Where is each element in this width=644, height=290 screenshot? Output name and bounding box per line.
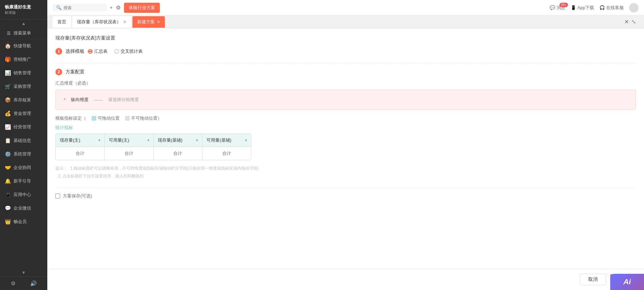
sidebar-item-finance[interactable]: 💰 资金管理: [0, 107, 47, 120]
cart-icon: 🛒: [5, 83, 11, 90]
sidebar-item-enterprise[interactable]: 🤝 企业协同: [0, 161, 47, 174]
stats-table: 现存量(主) ▾ 可用量(主) ▾ 现存量(基辅) ▾: [55, 134, 251, 160]
dimension-placeholder[interactable]: 请选择分组维度: [108, 97, 139, 103]
indicators-label-text: 模板指标设定（: [55, 115, 86, 121]
tab-inventory-close-icon[interactable]: ✕: [123, 20, 126, 24]
message-icon: 💬: [550, 5, 555, 10]
save-checkbox[interactable]: [55, 194, 60, 198]
phone-icon: 📱: [571, 5, 576, 10]
sidebar-item-operation[interactable]: 📈 经营管理: [0, 120, 47, 134]
radio-summary[interactable]: 汇总表: [88, 48, 107, 54]
tab-new-plan-close-icon[interactable]: ✕: [157, 20, 160, 24]
online-service-button[interactable]: 🎧 在线客服: [599, 5, 624, 11]
tip-text-1: 1.拖动标题栏可以调整布局，不可跨维度或指标区域拖动栏目字段(只能在同一维度或指…: [70, 166, 259, 171]
radio-summary-label: 汇总表: [94, 48, 107, 54]
tip-text-2: 2. 点击标题栏下拉可设置排序、插入列和删除列: [58, 173, 144, 179]
volume-icon[interactable]: 🔊: [30, 280, 37, 287]
message-badge: 99+: [560, 3, 568, 7]
sidebar-item-member[interactable]: 👑 畅会员: [0, 215, 47, 228]
col-arrow-0[interactable]: ▾: [98, 138, 100, 143]
col-header-3[interactable]: 可用量(基辅) ▾: [202, 134, 251, 147]
step2-title: 方案配置: [66, 69, 84, 75]
sidebar-item-marketing[interactable]: 🎁 营销推广: [0, 53, 47, 66]
app-logo: 畅康通好生意 标准版: [0, 0, 47, 20]
tip-prefix-1: 提示：: [55, 166, 68, 171]
sidebar-scroll-up[interactable]: ▲: [0, 20, 47, 27]
chat-icon: 💬: [5, 205, 11, 211]
col-header-1[interactable]: 可用量(主) ▾: [105, 134, 154, 147]
sidebar-item-purchase[interactable]: 🛒 采购管理: [0, 80, 47, 93]
content-area: 现存量(库存状况表)方案设置 1 选择模板 汇总表: [47, 28, 644, 269]
not-draggable-badge-box: [125, 116, 130, 121]
save-option: 方案保存(可选): [55, 187, 636, 199]
step1-number: 1: [55, 48, 62, 55]
topbar-search-box[interactable]: 🔍: [53, 4, 107, 11]
sidebar-item-wechat[interactable]: 💬 企业微信: [0, 201, 47, 215]
ai-float-button[interactable]: Ai: [610, 274, 644, 290]
sidebar-item-system[interactable]: ⚙️ 系统管理: [0, 147, 47, 161]
topbar-settings-icon[interactable]: ⚙: [116, 4, 121, 11]
tab-home[interactable]: 首页: [53, 16, 71, 28]
step-divider: [55, 63, 636, 63]
sidebar-item-label: 畅会员: [14, 219, 27, 225]
dimension-area: * 纵向维度 —— 请选择分组维度: [55, 90, 636, 110]
ai-label: Ai: [623, 277, 631, 286]
settings-icon[interactable]: ⚙: [11, 280, 16, 287]
app-download-button[interactable]: 📱 App下载: [571, 5, 594, 11]
tip-2: 2. 点击标题栏下拉可设置排序、插入列和删除列: [55, 173, 636, 179]
tab-inventory-status[interactable]: 现存量（库存状况表） ✕: [72, 16, 131, 28]
tab-new-plan[interactable]: 新建方案 ✕: [132, 16, 165, 28]
maximize-window-icon[interactable]: ⤡: [631, 19, 636, 25]
stats-title: 统计指标: [55, 125, 636, 131]
col-label-0: 现存量(主): [60, 137, 80, 143]
col-arrow-1[interactable]: ▾: [147, 138, 149, 143]
draggable-label: 可拖动位置: [98, 115, 120, 121]
trial-button[interactable]: 体验行业方案: [124, 3, 160, 13]
vertical-dimension-label: 纵向维度: [71, 97, 89, 103]
phone-icon: 📱: [5, 192, 11, 198]
draggable-badge: 可拖动位置: [92, 115, 120, 121]
sidebar-item-label: 销售管理: [14, 70, 31, 76]
sidebar-item-basic[interactable]: 📋 基础信息: [0, 134, 47, 147]
sidebar-search[interactable]: ☰ 搜索菜单: [0, 27, 47, 39]
sidebar-item-inventory[interactable]: 📦 库存核算: [0, 93, 47, 107]
close-window-icon[interactable]: ✕: [624, 19, 629, 25]
not-draggable-label: 不可拖动位置）: [131, 115, 162, 121]
sidebar: 畅康通好生意 标准版 ▲ ☰ 搜索菜单 🏠 快捷导航 🎁 营销推广 📊 销售管理…: [0, 0, 47, 290]
step2-number: 2: [55, 69, 62, 75]
col-header-2[interactable]: 现存量(基辅) ▾: [154, 134, 203, 147]
stats-table-header: 现存量(主) ▾ 可用量(主) ▾ 现存量(基辅) ▾: [56, 134, 251, 147]
topbar: 🔍 ▾ ⚙ 体验行业方案 💬 消息 99+ 📱 App下载 🎧 在线客服: [47, 0, 644, 16]
sidebar-item-guide[interactable]: 🔔 新手引导: [0, 174, 47, 188]
radio-cross-circle: [114, 49, 119, 54]
cancel-button[interactable]: 取消: [580, 274, 606, 285]
col-label-3: 可用量(基辅): [206, 137, 231, 143]
topbar-dropdown-icon[interactable]: ▾: [110, 5, 113, 10]
topbar-right: 💬 消息 99+ 📱 App下载 🎧 在线客服: [550, 3, 639, 13]
search-icon: ☰: [7, 31, 11, 36]
sidebar-item-label: 应用中心: [14, 192, 31, 198]
action-bar: 取消 查询: [47, 269, 644, 290]
box-icon: 📦: [5, 97, 11, 103]
radio-cross[interactable]: 交叉统计表: [114, 48, 143, 54]
col-arrow-2[interactable]: ▾: [196, 138, 198, 143]
cell-3: 合计: [202, 147, 251, 160]
money-icon: 💰: [5, 111, 11, 117]
sidebar-item-appstore[interactable]: 📱 应用中心: [0, 188, 47, 201]
sidebar-scroll-down[interactable]: ▼: [0, 269, 47, 276]
message-button[interactable]: 💬 消息 99+: [550, 5, 565, 11]
col-header-0[interactable]: 现存量(主) ▾: [56, 134, 105, 147]
user-avatar[interactable]: [629, 3, 639, 13]
tab-new-plan-label: 新建方案: [137, 19, 155, 25]
sidebar-item-quick-nav[interactable]: 🏠 快捷导航: [0, 39, 47, 53]
col-arrow-3[interactable]: ▾: [245, 138, 247, 143]
sidebar-item-sales[interactable]: 📊 销售管理: [0, 66, 47, 80]
cell-1: 合计: [105, 147, 154, 160]
step2-header: 2 方案配置: [55, 69, 636, 75]
stats-table-body: 合计 合计 合计 合计: [56, 147, 251, 160]
trend-icon: 📈: [5, 124, 11, 130]
search-input[interactable]: [64, 5, 103, 10]
not-draggable-badge: 不可拖动位置）: [125, 115, 162, 121]
service-label: 在线客服: [606, 5, 624, 11]
save-option-label: 方案保存(可选): [63, 193, 92, 199]
